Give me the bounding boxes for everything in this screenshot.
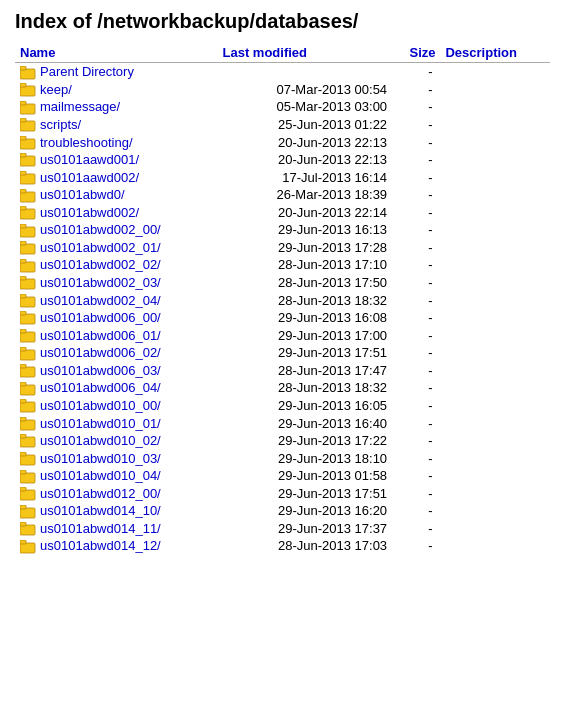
name-cell: mailmessage/ — [15, 98, 217, 116]
size-cell: - — [392, 116, 440, 134]
directory-link[interactable]: us0101abwd002_02/ — [40, 257, 161, 272]
col-header-lastmodified[interactable]: Last modified — [217, 43, 392, 63]
desc-cell — [440, 221, 550, 239]
desc-cell — [440, 520, 550, 538]
table-row: us0101abwd002/20-Jun-2013 22:14- — [15, 204, 550, 222]
table-row: us0101abwd012_00/29-Jun-2013 17:51- — [15, 485, 550, 503]
directory-link[interactable]: us0101abwd002_00/ — [40, 222, 161, 237]
directory-link[interactable]: keep/ — [40, 82, 72, 97]
svg-rect-40 — [20, 420, 35, 430]
folder-icon — [20, 134, 40, 150]
col-header-name[interactable]: Name — [15, 43, 217, 63]
directory-link[interactable]: us0101abwd002_01/ — [40, 240, 161, 255]
parent-icon — [20, 64, 40, 80]
directory-link[interactable]: us0101abwd006_02/ — [40, 345, 161, 360]
svg-rect-52 — [20, 525, 35, 535]
name-cell: us0101abwd0/ — [15, 186, 217, 204]
directory-link[interactable]: us0101abwd006_01/ — [40, 328, 161, 343]
svg-rect-32 — [20, 350, 35, 360]
svg-rect-17 — [20, 206, 26, 210]
col-header-size[interactable]: Size — [392, 43, 440, 63]
name-cell: keep/ — [15, 81, 217, 99]
directory-link[interactable]: us0101abwd010_00/ — [40, 398, 161, 413]
table-row: us0101abwd010_01/29-Jun-2013 16:40- — [15, 414, 550, 432]
directory-link[interactable]: us0101abwd002/ — [40, 205, 139, 220]
svg-rect-25 — [20, 276, 26, 280]
directory-link[interactable]: scripts/ — [40, 117, 81, 132]
svg-rect-7 — [20, 118, 26, 122]
date-cell: 07-Mar-2013 00:54 — [217, 81, 392, 99]
folder-icon — [20, 310, 40, 326]
desc-cell — [440, 133, 550, 151]
svg-rect-31 — [20, 329, 26, 333]
date-cell: 26-Mar-2013 18:39 — [217, 186, 392, 204]
directory-link[interactable]: us0101abwd010_02/ — [40, 433, 161, 448]
table-row: us0101abwd010_04/29-Jun-2013 01:58- — [15, 467, 550, 485]
directory-link[interactable]: us0101abwd010_01/ — [40, 416, 161, 431]
folder-icon — [20, 152, 40, 168]
size-cell: - — [392, 520, 440, 538]
table-row: us0101abwd006_03/28-Jun-2013 17:47- — [15, 362, 550, 380]
date-cell: 29-Jun-2013 17:37 — [217, 520, 392, 538]
directory-link[interactable]: us0101abwd014_10/ — [40, 503, 161, 518]
folder-icon — [20, 415, 40, 431]
date-cell: 28-Jun-2013 17:50 — [217, 274, 392, 292]
desc-cell — [440, 467, 550, 485]
directory-link[interactable]: us0101abwd012_00/ — [40, 486, 161, 501]
directory-link[interactable]: mailmessage/ — [40, 99, 120, 114]
desc-cell — [440, 239, 550, 257]
directory-link[interactable]: us0101abwd006_00/ — [40, 310, 161, 325]
parent-directory-link[interactable]: Parent Directory — [40, 64, 134, 79]
directory-link[interactable]: us0101abwd014_12/ — [40, 538, 161, 553]
directory-link[interactable]: us0101abwd006_04/ — [40, 380, 161, 395]
folder-icon — [20, 538, 40, 554]
name-cell: us0101abwd006_01/ — [15, 326, 217, 344]
folder-icon — [20, 380, 40, 396]
svg-rect-12 — [20, 174, 35, 184]
folder-icon — [20, 205, 40, 221]
directory-link[interactable]: us0101abwd002_04/ — [40, 293, 161, 308]
svg-rect-53 — [20, 522, 26, 526]
name-cell: us0101abwd002_04/ — [15, 291, 217, 309]
desc-cell — [440, 116, 550, 134]
date-cell: 28-Jun-2013 18:32 — [217, 291, 392, 309]
date-cell: 29-Jun-2013 16:20 — [217, 502, 392, 520]
directory-link[interactable]: us0101aawd001/ — [40, 152, 139, 167]
table-row: troubleshooting/20-Jun-2013 22:13- — [15, 133, 550, 151]
directory-link[interactable]: us0101abwd014_11/ — [40, 521, 161, 536]
size-cell: - — [392, 168, 440, 186]
date-cell: 17-Jul-2013 16:14 — [217, 168, 392, 186]
size-cell: - — [392, 98, 440, 116]
folder-icon — [20, 257, 40, 273]
size-cell: - — [392, 379, 440, 397]
date-cell: 28-Jun-2013 17:47 — [217, 362, 392, 380]
directory-link[interactable]: us0101abwd010_04/ — [40, 468, 161, 483]
size-cell: - — [392, 239, 440, 257]
size-cell: - — [392, 186, 440, 204]
directory-link[interactable]: us0101abwd002_03/ — [40, 275, 161, 290]
directory-link[interactable]: troubleshooting/ — [40, 135, 133, 150]
table-row: us0101abwd002_01/29-Jun-2013 17:28- — [15, 239, 550, 257]
table-row: us0101aawd002/17-Jul-2013 16:14- — [15, 168, 550, 186]
folder-icon — [20, 275, 40, 291]
svg-rect-18 — [20, 227, 35, 237]
folder-icon — [20, 99, 40, 115]
desc-cell — [440, 432, 550, 450]
table-row: us0101abwd014_12/28-Jun-2013 17:03- — [15, 537, 550, 555]
table-row: keep/07-Mar-2013 00:54- — [15, 81, 550, 99]
svg-rect-45 — [20, 452, 26, 456]
directory-link[interactable]: us0101abwd010_03/ — [40, 451, 161, 466]
directory-link[interactable]: us0101abwd006_03/ — [40, 363, 161, 378]
size-cell: - — [392, 256, 440, 274]
directory-link[interactable]: us0101abwd0/ — [40, 187, 125, 202]
svg-rect-13 — [20, 171, 26, 175]
directory-link[interactable]: us0101aawd002/ — [40, 170, 139, 185]
svg-rect-19 — [20, 224, 26, 228]
folder-icon — [20, 240, 40, 256]
desc-cell — [440, 63, 550, 81]
svg-rect-9 — [20, 136, 26, 140]
size-cell: - — [392, 485, 440, 503]
folder-icon — [20, 503, 40, 519]
svg-rect-0 — [20, 69, 35, 79]
col-header-description[interactable]: Description — [440, 43, 550, 63]
